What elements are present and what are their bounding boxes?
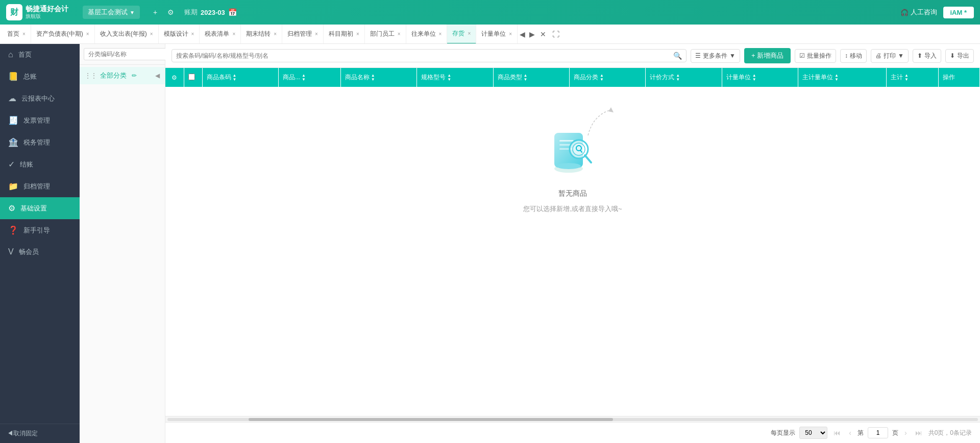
sidebar-guide-label: 新手引导	[23, 226, 50, 235]
sidebar-item-tax[interactable]: 🏦 税务管理	[0, 131, 80, 153]
cloud-icon: ☁	[8, 94, 16, 103]
page-label: 第	[857, 429, 864, 437]
tab-balance-sheet[interactable]: 资产负债表(中期) ×	[31, 25, 95, 44]
unit-sort-icon: ▲▼	[752, 74, 756, 82]
import-button[interactable]: ⬆ 导入	[913, 49, 941, 63]
tab-template-close[interactable]: ×	[191, 31, 194, 37]
tab-period-transfer[interactable]: 期末结转 ×	[241, 25, 282, 44]
page-total: 共0页，0条记录	[928, 429, 972, 437]
tab-income[interactable]: 收入支出表(年报) ×	[95, 25, 159, 44]
product-search-input[interactable]	[176, 52, 671, 59]
import-label: 导入	[924, 52, 937, 60]
tab-tax-list[interactable]: 税表清单 ×	[200, 25, 241, 44]
headset-icon: 🎧	[900, 9, 909, 16]
tab-prev-button[interactable]: ◀	[518, 29, 527, 39]
batch-button[interactable]: ☑ 批量操作	[795, 49, 836, 63]
tab-income-label: 收入支出表(年报)	[100, 30, 147, 38]
add-tab-button[interactable]: +	[150, 6, 160, 18]
main-layout: ⌂ 首页 📒 总账 ☁ 云报表中心 🧾 发票管理 🏦 税务管理 ✓ 结账 📁 归…	[0, 44, 980, 443]
move-button[interactable]: ↕ 移动	[840, 49, 867, 63]
tab-archive-close[interactable]: ×	[315, 31, 318, 37]
sidebar-settings-label: 基础设置	[20, 204, 47, 213]
batch-icon: ☑	[799, 52, 805, 59]
top-header: 财 畅捷通好会计 旗舰版 基层工会测试 ▼ + ⚙ 账期 2023-03 📅 🎧…	[0, 0, 980, 25]
tab-balance-label: 资产负债表(中期)	[36, 30, 83, 38]
move-label: 移动	[850, 52, 862, 60]
invoice-icon: 🧾	[8, 115, 18, 125]
tab-expand-button[interactable]: ⛶	[549, 29, 562, 39]
sidebar-item-settings[interactable]: ⚙ 基础设置	[0, 197, 80, 219]
company-name: 基层工会测试	[88, 8, 128, 17]
account-button[interactable]: iAM *	[943, 7, 974, 18]
empty-subtitle: 您可以选择新增,或者直接导入哦~	[523, 204, 622, 214]
consultation-button[interactable]: 🎧 人工咨询	[900, 8, 937, 17]
sidebar-item-ledger[interactable]: 📒 总账	[0, 65, 80, 87]
tab-period-close[interactable]: ×	[274, 31, 277, 37]
sidebar-settle-label: 结账	[20, 160, 33, 169]
tab-archive[interactable]: 归档管理 ×	[282, 25, 324, 44]
tab-unit-close[interactable]: ×	[509, 31, 512, 37]
tab-next-button[interactable]: ▶	[527, 29, 537, 39]
select-all-checkbox[interactable]	[188, 74, 195, 80]
tab-balance-close[interactable]: ×	[86, 31, 89, 37]
tab-dept[interactable]: 部门员工 ×	[365, 25, 406, 44]
sidebar-item-archive[interactable]: 📁 归档管理	[0, 175, 80, 197]
scroll-thumb[interactable]	[249, 418, 614, 421]
main2-sort-icon: ▲▼	[904, 74, 909, 82]
settings-button[interactable]: ⚙	[164, 6, 177, 18]
horizontal-scrollbar[interactable]	[165, 416, 980, 422]
sidebar-item-settle[interactable]: ✓ 结账	[0, 153, 80, 175]
tab-customer-close[interactable]: ×	[439, 31, 442, 37]
svg-rect-4	[559, 140, 574, 142]
sidebar-item-invoice[interactable]: 🧾 发票管理	[0, 109, 80, 131]
sidebar-pin-toggle[interactable]: ◀取消固定	[0, 424, 80, 443]
page-size-select[interactable]: 20 50 100	[799, 427, 827, 439]
print-button[interactable]: 🖨 打印 ▼	[871, 49, 909, 63]
col-checkbox[interactable]	[184, 68, 202, 87]
tab-subject[interactable]: 科目期初 ×	[324, 25, 365, 44]
sidebar-item-guide[interactable]: ❓ 新手引导	[0, 219, 80, 241]
category-all-item[interactable]: ⋮⋮ 全部分类 ✏ ◀	[80, 67, 165, 84]
page-input[interactable]	[868, 427, 888, 438]
tab-unit[interactable]: 计量单位 ×	[476, 25, 518, 44]
sidebar-item-reports[interactable]: ☁ 云报表中心	[0, 87, 80, 109]
calendar-icon[interactable]: 📅	[228, 8, 237, 16]
company-selector[interactable]: 基层工会测试 ▼	[83, 6, 140, 19]
tab-subject-close[interactable]: ×	[356, 31, 359, 37]
first-page-button[interactable]: ⏮	[831, 428, 843, 438]
tab-inventory-close[interactable]: ×	[468, 31, 471, 36]
category-edit-icon[interactable]: ✏	[132, 72, 137, 79]
tab-dept-close[interactable]: ×	[398, 31, 401, 37]
col-settings[interactable]: ⚙	[165, 68, 184, 87]
tab-close-all-button[interactable]: ✕	[537, 29, 549, 39]
more-conditions-button[interactable]: ☰ 更多条件 ▼	[691, 49, 740, 63]
add-product-button[interactable]: + 新增商品	[744, 48, 791, 63]
search-bar-icon: 🔍	[673, 52, 682, 60]
prev-page-button[interactable]: ‹	[847, 428, 853, 438]
print-icon: 🖨	[875, 52, 881, 59]
next-page-button[interactable]: ›	[902, 428, 909, 438]
category-collapse-button[interactable]: ◀	[155, 72, 160, 79]
header-right: 🎧 人工咨询 iAM *	[900, 7, 974, 18]
export-label: 导出	[957, 52, 969, 60]
sidebar-invoice-label: 发票管理	[23, 116, 50, 125]
header-actions: + ⚙	[150, 6, 177, 18]
last-page-button[interactable]: ⏭	[913, 428, 924, 438]
tab-income-close[interactable]: ×	[150, 31, 153, 37]
tab-home[interactable]: 首页 ×	[2, 25, 31, 44]
tab-home-close[interactable]: ×	[22, 31, 26, 37]
settle-icon: ✓	[8, 159, 15, 169]
column-settings-icon[interactable]: ⚙	[172, 74, 177, 81]
tab-template[interactable]: 模版设计 ×	[159, 25, 200, 44]
sidebar-item-member[interactable]: V 畅会员	[0, 241, 80, 263]
tab-customer[interactable]: 往来单位 ×	[406, 25, 448, 44]
export-button[interactable]: ⬇ 导出	[945, 49, 974, 63]
category-list: ⋮⋮ 全部分类 ✏ ◀	[80, 65, 165, 443]
tab-tax-close[interactable]: ×	[232, 31, 235, 37]
svg-point-3	[556, 163, 581, 169]
sidebar-item-home[interactable]: ⌂ 首页	[0, 44, 80, 65]
page-unit: 页	[892, 429, 898, 437]
col-actions: 操作	[939, 68, 980, 87]
tab-inventory[interactable]: 存货 ×	[447, 25, 476, 44]
category-search-input[interactable]	[84, 48, 169, 60]
